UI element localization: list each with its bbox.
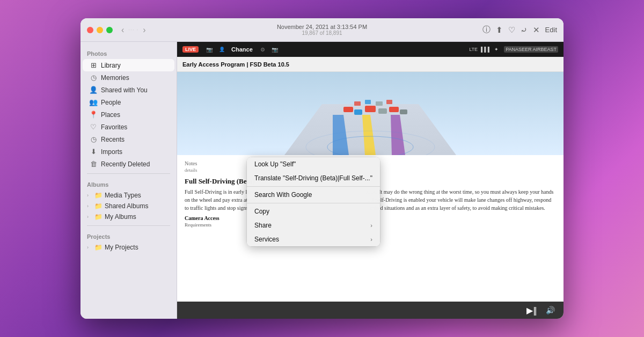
services-arrow-icon: ›: [370, 236, 372, 243]
imports-icon: ⬇: [89, 148, 98, 156]
places-label: Places: [101, 111, 120, 119]
sidebar-item-imports[interactable]: ⬇ Imports: [83, 145, 174, 158]
context-menu-item-share[interactable]: Share ›: [247, 218, 380, 232]
article-title-bar: Early Access Program | FSD Beta 10.5: [177, 57, 564, 72]
maximize-button[interactable]: [106, 27, 113, 33]
favorite-icon[interactable]: ♡: [508, 25, 515, 35]
photo2-icon: 📷: [272, 47, 278, 53]
shared-label: Shared with You: [101, 86, 148, 94]
back-arrow[interactable]: ‹: [119, 24, 126, 36]
photo-image: LIVE 📷 👤 Chance ⚙ 📷 LTE ▌▌▌ ✦ PANASEER A…: [177, 42, 564, 319]
lte-label: LTE: [469, 47, 478, 52]
svg-rect-12: [365, 100, 371, 104]
shared-albums-icon: 📁: [94, 202, 103, 210]
svg-rect-13: [376, 101, 383, 106]
context-menu-item-search[interactable]: Search With Google: [247, 188, 380, 202]
sidebar: Photos ⊞ Library ◷ Memories 👤 Shared wit…: [80, 42, 177, 319]
sidebar-item-shared-albums[interactable]: › 📁 Shared Albums: [83, 201, 174, 211]
albums-divider: [87, 173, 170, 174]
sidebar-item-library[interactable]: ⊞ Library: [83, 59, 174, 71]
traffic-lights: [87, 27, 113, 33]
projects-divider: [87, 225, 170, 226]
menu-separator-2: [247, 203, 380, 203]
albums-section-label: Albums: [80, 177, 177, 190]
live-badge: LIVE: [182, 46, 199, 53]
favorites-icon: ♡: [89, 123, 98, 131]
camera-icon: 📷: [206, 47, 213, 53]
expand-icon-4: ›: [87, 245, 92, 250]
memories-icon: ◷: [89, 74, 98, 82]
copy-label: Copy: [254, 208, 269, 215]
article-title: Early Access Program | FSD Beta 10.5: [182, 61, 289, 68]
status-icons: LTE ▌▌▌ ✦ PANASEER AIRBEAST: [469, 46, 558, 53]
context-menu: Look Up "Self" Translate "Self-Driving (…: [247, 157, 380, 246]
forward-arrow[interactable]: ›: [141, 24, 148, 36]
svg-rect-8: [378, 108, 387, 114]
svg-rect-7: [365, 106, 376, 112]
services-label: Services: [254, 236, 279, 243]
share-icon[interactable]: ⬆: [496, 25, 503, 35]
rotate-icon[interactable]: ⤾: [521, 25, 528, 35]
memories-label: Memories: [101, 74, 129, 82]
sidebar-item-shared[interactable]: 👤 Shared with You: [83, 84, 174, 96]
translate-label: Translate "Self-Driving (Beta)|Full Self…: [254, 174, 372, 182]
shared-icon: 👤: [89, 86, 98, 94]
signal-icon: ▌▌▌: [481, 47, 491, 52]
toolbar-actions: ⓘ ⬆ ♡ ⤾ ✕ Edit: [482, 25, 557, 35]
my-albums-icon: 📁: [94, 213, 103, 221]
lookup-label: Look Up "Self": [254, 160, 296, 168]
edit-button[interactable]: Edit: [545, 26, 557, 34]
volume-icon[interactable]: 🔊: [546, 306, 555, 314]
recents-label: Recents: [101, 136, 125, 143]
sidebar-item-memories[interactable]: ◷ Memories: [83, 71, 174, 84]
context-menu-item-copy[interactable]: Copy: [247, 204, 380, 218]
more-icon[interactable]: ✕: [533, 25, 540, 35]
context-menu-item-lookup[interactable]: Look Up "Self": [247, 157, 380, 171]
my-projects-icon: 📁: [94, 244, 103, 251]
recently-deleted-label: Recently Deleted: [101, 160, 150, 168]
media-types-icon: 📁: [94, 192, 103, 199]
context-menu-item-translate[interactable]: Translate "Self-Driving (Beta)|Full Self…: [247, 171, 380, 185]
photo-bottom-controls: ▶‖ 🔊: [177, 302, 564, 319]
chance-name: Chance: [231, 46, 253, 53]
title-bar: ‹ ··· · › November 24, 2021 at 3:13:54 P…: [80, 18, 564, 42]
trash-icon: 🗑: [89, 160, 98, 168]
nav-controls: ‹ ··· · ›: [119, 24, 148, 36]
play-icon[interactable]: ▶‖: [526, 305, 537, 316]
svg-rect-9: [389, 107, 399, 112]
context-menu-item-services[interactable]: Services ›: [247, 232, 380, 246]
minimize-button[interactable]: [97, 27, 103, 33]
recents-icon: ◷: [89, 135, 98, 143]
sidebar-item-recently-deleted[interactable]: 🗑 Recently Deleted: [83, 158, 174, 170]
main-content: Photos ⊞ Library ◷ Memories 👤 Shared wit…: [80, 42, 564, 319]
sidebar-item-people[interactable]: 👥 People: [83, 96, 174, 108]
sidebar-item-media-types[interactable]: › 📁 Media Types: [83, 190, 174, 201]
svg-rect-11: [354, 101, 361, 106]
my-albums-label: My Albums: [105, 213, 136, 221]
road-svg: [177, 72, 564, 155]
photo-date: November 24, 2021 at 3:13:54 PM: [277, 24, 367, 30]
nav-dots: ··· ·: [128, 27, 138, 33]
share-arrow-icon: ›: [370, 222, 372, 229]
sidebar-item-my-projects[interactable]: › 📁 My Projects: [83, 242, 174, 253]
photo-count: 19,867 of 18,891: [277, 30, 367, 36]
svg-rect-6: [354, 109, 362, 115]
library-label: Library: [101, 62, 121, 69]
favorites-label: Favorites: [101, 123, 127, 131]
places-icon: 📍: [89, 111, 98, 119]
photos-window: ‹ ··· · › November 24, 2021 at 3:13:54 P…: [80, 18, 564, 319]
sidebar-item-places[interactable]: 📍 Places: [83, 108, 174, 121]
close-button[interactable]: [87, 27, 93, 33]
imports-label: Imports: [101, 148, 122, 156]
search-label: Search With Google: [254, 191, 312, 199]
people-icon: 👥: [89, 98, 98, 106]
tesla-visualization: [177, 72, 564, 155]
photo-viewer: LIVE 📷 👤 Chance ⚙ 📷 LTE ▌▌▌ ✦ PANASEER A…: [177, 42, 564, 319]
info-icon[interactable]: ⓘ: [482, 25, 491, 35]
expand-icon-2: ›: [87, 203, 92, 209]
svg-rect-5: [343, 107, 353, 112]
sidebar-item-recents[interactable]: ◷ Recents: [83, 133, 174, 145]
title-center: November 24, 2021 at 3:13:54 PM 19,867 o…: [277, 24, 367, 36]
sidebar-item-favorites[interactable]: ♡ Favorites: [83, 121, 174, 133]
sidebar-item-my-albums[interactable]: › 📁 My Albums: [83, 211, 174, 222]
